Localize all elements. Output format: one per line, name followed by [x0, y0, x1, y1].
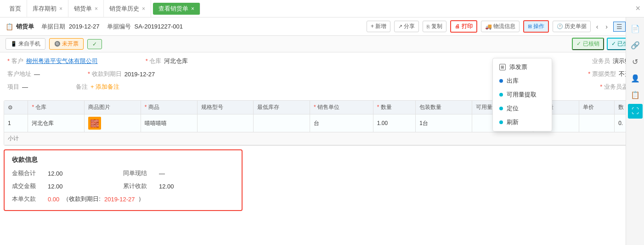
- history-button[interactable]: 🕐 历史单据: [553, 21, 591, 32]
- cancelled-icon: ✓: [576, 40, 581, 47]
- add-note-button[interactable]: 添加备注: [90, 83, 119, 91]
- row-unit: 台: [310, 114, 373, 132]
- logistics-label: 物流信息: [493, 23, 515, 30]
- doc-title: 销货单: [16, 23, 34, 31]
- share-label: 分享: [404, 23, 415, 30]
- from-phone-label: 来自手机: [18, 40, 40, 48]
- tab-sales-history[interactable]: 销货单历史 ×: [104, 0, 151, 17]
- warehouse-field: 仓库 河北仓库: [146, 57, 188, 65]
- row-spec: [197, 114, 254, 132]
- refresh-icon: [499, 120, 503, 124]
- transaction-label: 成交金额: [12, 182, 44, 190]
- settlement-value: —: [159, 170, 165, 177]
- dropdown-outbound[interactable]: 出库: [493, 74, 552, 88]
- warehouse-value: 河北仓库: [164, 57, 188, 65]
- transaction-row: 成交金额 12.00: [12, 181, 123, 192]
- list-view-btn[interactable]: ☰: [613, 22, 626, 32]
- row-img-cell: 🧱: [85, 114, 141, 132]
- due-close: ）: [138, 195, 144, 203]
- operate-button[interactable]: ⊞ 操作: [523, 20, 549, 33]
- dropdown-locate[interactable]: 定位: [493, 102, 552, 115]
- tab-home-label: 首页: [9, 5, 21, 13]
- logistics-button[interactable]: 🚚 物流信息: [481, 21, 520, 32]
- address-value: —: [34, 71, 40, 78]
- add-invoice-label: 添发票: [509, 63, 527, 71]
- copy-button[interactable]: ⎘ 复制: [423, 21, 446, 32]
- subtotal-label: 小计: [4, 132, 640, 145]
- nav-prev[interactable]: ‹: [594, 22, 600, 31]
- operate-dropdown: ⊞ 添发票 出库 可用量提取 定位 刷新: [492, 58, 552, 131]
- new-button[interactable]: + 新增: [367, 21, 390, 32]
- outbound-label: 出库: [507, 77, 519, 85]
- confirm-icon: ✓: [92, 41, 97, 47]
- sidebar-clipboard-icon[interactable]: 📋: [628, 87, 643, 102]
- tab-stock-init[interactable]: 库存期初 ×: [27, 0, 68, 17]
- window-close-button[interactable]: ×: [635, 4, 640, 13]
- transaction-value: 12.00: [48, 183, 63, 190]
- sidebar-refresh-icon[interactable]: ↺: [628, 54, 643, 69]
- outbound-icon: [499, 79, 503, 83]
- settlement-row: 同单现结 —: [123, 168, 234, 179]
- sidebar-expand-icon[interactable]: ⛶: [628, 104, 643, 119]
- available-qty-label: 可用量提取: [507, 91, 537, 99]
- not-open-button[interactable]: 🔘 未开票: [49, 38, 84, 50]
- share-button[interactable]: ↗ 分享: [394, 21, 419, 32]
- from-phone-button[interactable]: 📱 来自手机: [6, 38, 45, 50]
- tab-sales-label: 销货单: [74, 5, 92, 13]
- tab-view-sales[interactable]: 查看销货单 ×: [153, 3, 200, 15]
- payment-title: 收款信息: [12, 156, 234, 164]
- payment-grid: 金额合计 12.00 同单现结 — 成交金额 12.00 累计收款 12.00 …: [12, 168, 234, 205]
- balance-value: 0.00: [48, 196, 59, 203]
- ticket-label: 票据类型: [588, 70, 616, 78]
- amount-label: 金额合计: [12, 169, 44, 177]
- dropdown-add-invoice[interactable]: ⊞ 添发票: [493, 60, 552, 74]
- col-min-stock: 最低库存: [254, 101, 310, 114]
- cancelled-label: 已核销: [583, 40, 599, 47]
- cancelled-badge[interactable]: ✓ 已核销: [572, 38, 604, 50]
- col-warehouse: 仓库: [28, 101, 85, 114]
- row-min-stock: [254, 114, 310, 132]
- print-button[interactable]: 🖨 打印: [450, 20, 477, 33]
- row-qty: 1.00: [373, 114, 416, 132]
- nav-next[interactable]: ›: [604, 22, 610, 31]
- dropdown-refresh[interactable]: 刷新: [493, 115, 552, 129]
- dropdown-available-qty[interactable]: 可用量提取: [493, 88, 552, 102]
- col-qty: 数量: [373, 101, 416, 114]
- col-settings: ⚙: [4, 101, 28, 114]
- toolbar-actions: + 新增 ↗ 分享 ⎘ 复制 🖨 打印 🚚 物流信息: [367, 20, 638, 33]
- project-field: 项目 —: [7, 83, 28, 91]
- operate-label: 操作: [533, 23, 544, 30]
- settings-icon[interactable]: ⚙: [8, 104, 13, 111]
- note-field: 备注 添加备注: [76, 83, 119, 91]
- sidebar-user-icon[interactable]: 👤: [628, 71, 643, 85]
- amount-row: 金额合计 12.00: [12, 168, 123, 179]
- sidebar-doc-icon[interactable]: 📄: [628, 21, 643, 36]
- refresh-label: 刷新: [507, 118, 519, 126]
- subtotal-row: 小计: [4, 132, 640, 145]
- confirm-button[interactable]: ✓: [87, 39, 102, 49]
- due-date-value: 2019-12-27: [124, 71, 155, 78]
- tab-sales-history-close[interactable]: ×: [142, 6, 145, 12]
- sidebar-link-icon[interactable]: 🔗: [628, 38, 643, 52]
- customer-label: 客户: [7, 57, 23, 65]
- tab-sales-close[interactable]: ×: [95, 6, 98, 12]
- print-icon: 🖨: [455, 23, 460, 29]
- project-label: 项目: [7, 83, 19, 91]
- balance-row: 本单欠款 0.00 （收款到期日: 2019-12-27 ）: [12, 194, 234, 205]
- tab-sales[interactable]: 销货单 ×: [68, 0, 104, 17]
- due-label: （收款到期日:: [63, 195, 101, 203]
- tab-stock-init-close[interactable]: ×: [59, 6, 62, 12]
- payment-info-box: 收款信息 金额合计 12.00 同单现结 — 成交金额 12.00 累计收款 1…: [4, 149, 243, 211]
- settlement-label: 同单现结: [123, 169, 155, 177]
- copy-icon: ⎘: [427, 24, 430, 29]
- doc-icon: 📋: [6, 23, 13, 30]
- tab-home[interactable]: 首页: [4, 0, 27, 17]
- effective-icon: ✓: [611, 40, 616, 47]
- locate-label: 定位: [507, 104, 519, 113]
- tab-view-sales-close[interactable]: ×: [191, 6, 194, 12]
- warehouse-label: 仓库: [146, 57, 162, 65]
- customer-value[interactable]: 柳州粤港平安气体有限公司: [26, 57, 98, 65]
- balance-label: 本单欠款: [12, 195, 44, 203]
- print-label: 打印: [462, 23, 473, 29]
- ticket-icon: 🔘: [54, 41, 61, 47]
